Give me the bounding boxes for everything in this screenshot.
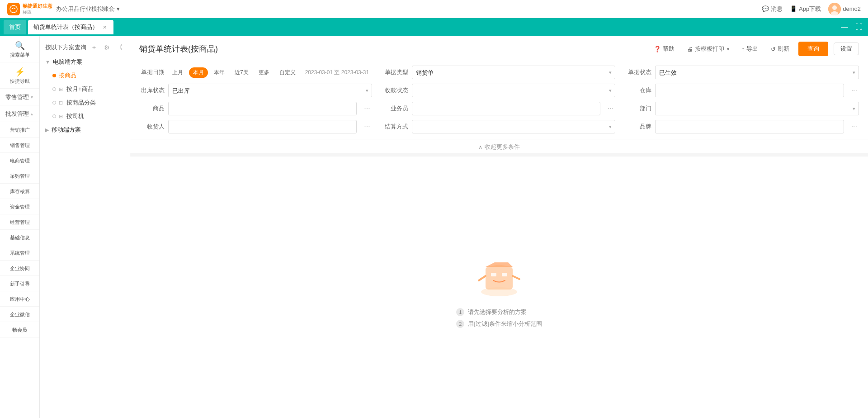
warehouse-dots[interactable]: ··· xyxy=(849,86,859,95)
sidebar-item-wholesale[interactable]: 批发管理 ▲ xyxy=(0,105,39,122)
svg-point-0 xyxy=(10,5,17,13)
filter-salesman: 业务员 ··· xyxy=(383,102,616,115)
retail-label: 零售管理 xyxy=(5,93,29,101)
nav-icon: ⚡ xyxy=(15,67,25,77)
svg-rect-5 xyxy=(486,267,513,290)
avatar xyxy=(828,3,841,15)
receive-status-select[interactable] xyxy=(412,84,616,97)
left-panel: 按以下方案查询 ＋ ⚙ 《 ▼ 电脑端方案 按商品 ⊞ 按月+商品 xyxy=(40,36,130,418)
tree-dot-outline xyxy=(52,87,56,91)
sidebar-item-ecommerce[interactable]: 电商管理 xyxy=(0,153,39,168)
sidebar-item-member[interactable]: 畅会员 xyxy=(0,322,39,337)
industry-selector[interactable]: 办公用品行业模拟账套 ▾ xyxy=(56,5,120,13)
sidebar-item-appcenter[interactable]: 应用中心 xyxy=(0,291,39,307)
consignee-dots[interactable]: ··· xyxy=(362,123,372,131)
sidebar-item-basic[interactable]: 基础信息 xyxy=(0,230,39,245)
logo-text: 畅捷通好生意 标版 xyxy=(23,3,52,15)
filter-out-status: 出库状态 已出库 xyxy=(139,84,372,97)
date-tag-last-month[interactable]: 上月 xyxy=(168,67,187,78)
svg-point-2 xyxy=(832,5,837,10)
salesman-input[interactable] xyxy=(412,102,600,115)
dept-select-wrapper xyxy=(655,102,859,115)
doc-status-select-wrapper: 已生效 xyxy=(655,66,859,79)
date-tag-7days[interactable]: 近7天 xyxy=(231,67,253,78)
sidebar-item-purchase[interactable]: 采购管理 xyxy=(0,168,39,184)
content-area: 销货单统计表(按商品) ❓ 帮助 🖨 按模板打印 ▾ ↑ 导出 ↺ 刷新 xyxy=(130,36,868,418)
empty-state: 1 请先选择要分析的方案 2 用[过滤]条件来缩小分析范围 xyxy=(130,157,868,418)
sidebar-item-weixin[interactable]: 企业微信 xyxy=(0,307,39,322)
tree-mobile-parent[interactable]: ▶ 移动端方案 xyxy=(40,123,130,137)
grid-icon-3: ⊟ xyxy=(59,114,63,119)
filter-brand: 品牌 ··· xyxy=(626,120,859,133)
tree-pc-parent[interactable]: ▼ 电脑端方案 xyxy=(40,55,130,69)
print-icon: 🖨 xyxy=(687,46,693,52)
tab-maximize-btn[interactable]: ⛶ xyxy=(854,21,864,33)
dept-select[interactable] xyxy=(655,102,859,115)
tree-item-by-cashier[interactable]: ⊟ 按司机 xyxy=(45,109,130,123)
sidebar-item-marketing[interactable]: 营销推广 xyxy=(0,122,39,138)
sidebar-item-system[interactable]: 系统管理 xyxy=(0,245,39,261)
tab-close-btn[interactable]: ✕ xyxy=(101,24,108,31)
empty-texts: 1 请先选择要分析的方案 2 用[过滤]条件来缩小分析范围 xyxy=(456,308,542,328)
sidebar-item-finance[interactable]: 资金管理 xyxy=(0,199,39,214)
app-download-btn[interactable]: 📱 App下载 xyxy=(790,5,821,13)
dept-label: 部门 xyxy=(626,104,651,113)
tab-minimize-btn[interactable]: — xyxy=(839,21,850,33)
out-status-select-wrapper: 已出库 xyxy=(168,84,372,97)
product-input[interactable] xyxy=(168,102,357,115)
sidebar-quick-nav[interactable]: ⚡ 快捷导航 xyxy=(0,62,39,89)
settings-button[interactable]: 设置 xyxy=(834,43,859,55)
add-plan-btn[interactable]: ＋ xyxy=(89,43,99,52)
payment-select[interactable] xyxy=(412,120,616,133)
product-dots[interactable]: ··· xyxy=(362,104,372,113)
tab-home[interactable]: 首页 xyxy=(4,20,26,34)
tree-dot-outline-2 xyxy=(52,101,56,104)
collapse-row[interactable]: ∧ 收起更多条件 xyxy=(130,139,868,153)
search-icon: 🔍 xyxy=(15,41,25,51)
message-btn[interactable]: 💬 消息 xyxy=(762,5,783,13)
settings-plan-btn[interactable]: ⚙ xyxy=(102,43,112,52)
tab-bar-actions: — ⛶ xyxy=(839,21,864,33)
sidebar-item-enterprise[interactable]: 企业协同 xyxy=(0,261,39,276)
brand-input[interactable] xyxy=(655,120,844,133)
query-button[interactable]: 查询 xyxy=(798,42,828,56)
collapse-panel-btn[interactable]: 《 xyxy=(114,43,124,52)
filter-row-4: 收货人 ··· 结算方式 品牌 ··· xyxy=(139,120,859,133)
date-range-display: 2023-03-01 至 2023-03-31 xyxy=(305,69,369,76)
left-panel-header: 按以下方案查询 ＋ ⚙ 《 xyxy=(40,40,130,55)
filter-row-2: 出库状态 已出库 收款状态 xyxy=(139,84,859,97)
filter-area: 单据日期 上月 本月 本年 近7天 更多 自定义 2023-03-01 至 20… xyxy=(130,60,868,139)
sidebar-item-operation[interactable]: 经营管理 xyxy=(0,214,39,230)
help-btn[interactable]: ❓ 帮助 xyxy=(650,43,678,55)
grid-icon-2: ⊟ xyxy=(59,100,63,106)
tree-item-by-category[interactable]: ⊟ 按商品分类 xyxy=(45,96,130,109)
export-btn[interactable]: ↑ 导出 xyxy=(738,43,762,55)
doc-type-label: 单据类型 xyxy=(383,68,408,76)
date-tag-custom[interactable]: 自定义 xyxy=(275,67,300,78)
brand-dots[interactable]: ··· xyxy=(849,123,859,131)
refresh-btn[interactable]: ↺ 刷新 xyxy=(767,43,793,55)
salesman-dots[interactable]: ··· xyxy=(606,104,615,113)
empty-text-2: 2 用[过滤]条件来缩小分析范围 xyxy=(456,320,542,328)
doc-status-select[interactable]: 已生效 xyxy=(655,66,859,79)
date-tag-more[interactable]: 更多 xyxy=(255,67,274,78)
tree-dot-active xyxy=(52,74,56,77)
consignee-input[interactable] xyxy=(168,120,357,133)
user-avatar-btn[interactable]: demo2 xyxy=(828,3,861,15)
tree-item-by-month-product[interactable]: ⊞ 按月+商品 xyxy=(45,82,130,96)
date-tag-this-year[interactable]: 本年 xyxy=(210,67,229,78)
help-icon: ❓ xyxy=(654,46,661,52)
sidebar-item-sales[interactable]: 销售管理 xyxy=(0,138,39,153)
filter-receive-status: 收款状态 xyxy=(383,84,616,97)
sidebar-search[interactable]: 🔍 搜索菜单 xyxy=(0,36,39,62)
doc-type-select[interactable]: 销货单 xyxy=(412,66,616,79)
date-tag-this-month[interactable]: 本月 xyxy=(189,67,208,78)
print-btn[interactable]: 🖨 按模板打印 ▾ xyxy=(684,43,733,55)
sidebar-item-newbie[interactable]: 新手引导 xyxy=(0,276,39,291)
sidebar-item-retail[interactable]: 零售管理 ▼ xyxy=(0,89,39,105)
tree-item-by-product[interactable]: 按商品 xyxy=(45,69,130,82)
warehouse-input[interactable] xyxy=(655,84,844,97)
tab-report[interactable]: 销货单统计表（按商品） ✕ xyxy=(28,20,113,34)
sidebar-item-inventory[interactable]: 库存核算 xyxy=(0,184,39,199)
out-status-select[interactable]: 已出库 xyxy=(168,84,372,97)
